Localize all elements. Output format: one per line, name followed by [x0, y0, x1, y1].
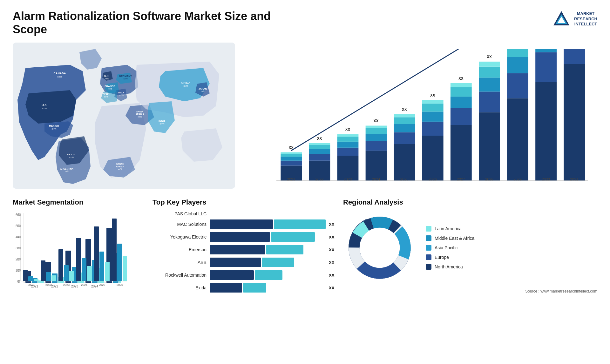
north-america-label: North America [435, 264, 463, 269]
svg-text:2024: 2024 [372, 177, 380, 182]
svg-rect-72 [422, 122, 444, 136]
svg-text:xx%: xx% [108, 88, 112, 90]
player-bar-yoko-light [271, 232, 315, 242]
svg-rect-51 [337, 148, 359, 156]
player-bar-mac-dark [210, 219, 273, 229]
svg-rect-154 [28, 276, 33, 281]
svg-text:CHINA: CHINA [181, 81, 191, 84]
latin-america-label: Latin America [435, 226, 462, 231]
svg-text:xx%: xx% [42, 107, 47, 110]
player-name-mac: MAC Solutions [152, 222, 207, 227]
bottom-section: Market Segmentation 0 10 20 30 40 50 60 [13, 198, 597, 364]
svg-text:ARABIA: ARABIA [135, 113, 144, 115]
svg-rect-161 [58, 249, 63, 281]
svg-rect-39 [281, 154, 302, 157]
svg-rect-153 [23, 270, 28, 281]
europe-color [426, 254, 431, 260]
svg-text:XX: XX [345, 127, 350, 132]
player-name-emerson: Emerson [152, 247, 207, 252]
svg-text:xx%: xx% [183, 84, 188, 87]
svg-rect-45 [309, 149, 330, 154]
svg-text:2021: 2021 [28, 283, 34, 286]
svg-text:xx%: xx% [138, 116, 142, 118]
player-name-yokogawa: Yokogawa Electric [152, 234, 207, 239]
svg-text:ARGENTINA: ARGENTINA [60, 168, 73, 170]
svg-rect-158 [46, 272, 51, 281]
svg-text:xx%: xx% [64, 170, 69, 172]
svg-rect-52 [337, 142, 359, 148]
player-xx-yokogawa: XX [329, 235, 337, 239]
player-bar-yoko-dark [210, 232, 270, 242]
donut-chart [343, 211, 416, 284]
svg-rect-166 [82, 258, 86, 281]
regional-title: Regional Analysis [343, 198, 597, 206]
svg-rect-159 [51, 275, 56, 281]
svg-rect-82 [451, 83, 472, 87]
svg-text:xx%: xx% [123, 78, 127, 80]
svg-text:xx%: xx% [104, 96, 108, 98]
player-row-mac: MAC Solutions XX [152, 219, 337, 229]
logo-text: MARKET RESEARCH INTELLECT [574, 11, 597, 27]
player-row-exida: Exida XX [152, 283, 337, 293]
svg-text:U.S.: U.S. [42, 104, 47, 107]
north-america-color [426, 264, 431, 270]
svg-text:2029: 2029 [513, 177, 522, 182]
latin-america-color [426, 226, 431, 232]
svg-rect-68 [394, 114, 415, 117]
svg-rect-80 [451, 97, 472, 108]
svg-text:50: 50 [16, 224, 19, 228]
seg-chart-clean: 0 10 20 30 40 50 60 2021 [13, 211, 127, 291]
svg-rect-106 [564, 64, 585, 181]
svg-rect-88 [479, 67, 500, 78]
player-bars-mac [210, 219, 326, 229]
svg-rect-47 [309, 143, 330, 145]
svg-rect-44 [309, 154, 330, 161]
svg-text:ITALY: ITALY [118, 91, 124, 94]
player-xx-abb: XX [329, 260, 337, 265]
svg-text:XX: XX [487, 55, 492, 59]
middle-east-label: Middle East & Africa [435, 236, 474, 241]
player-row-emerson: Emerson XX [152, 245, 337, 254]
key-players-title: Top Key Players [152, 198, 337, 206]
svg-text:2023: 2023 [63, 283, 70, 286]
svg-rect-53 [337, 137, 359, 142]
player-bar-abb-light [262, 258, 294, 267]
svg-rect-92 [507, 98, 528, 180]
svg-text:40: 40 [16, 235, 19, 239]
key-players-section: Top Key Players PAS Global LLC MAC Solut… [152, 198, 337, 364]
svg-text:60: 60 [16, 213, 19, 217]
svg-rect-81 [451, 87, 472, 97]
page-title: Alarm Rationalization Software Market Si… [13, 10, 299, 36]
svg-rect-162 [64, 265, 69, 281]
svg-text:10: 10 [16, 269, 19, 272]
svg-text:xx%: xx% [118, 168, 122, 170]
svg-text:JAPAN: JAPAN [199, 87, 207, 90]
svg-rect-171 [105, 262, 110, 281]
regional-legend: Latin America Middle East & Africa Asia … [426, 226, 474, 270]
svg-text:20: 20 [16, 258, 19, 261]
svg-text:XX: XX [402, 107, 407, 112]
svg-text:2022: 2022 [45, 283, 52, 286]
logo-icon [552, 10, 571, 29]
svg-rect-46 [309, 145, 330, 149]
donut-wrapper: Latin America Middle East & Africa Asia … [343, 211, 597, 284]
svg-text:XX: XX [430, 93, 435, 98]
player-row-yokogawa: Yokogawa Electric XX [152, 232, 337, 242]
svg-rect-175 [123, 256, 127, 281]
svg-text:xx%: xx% [159, 122, 164, 125]
svg-text:AFRICA: AFRICA [116, 165, 124, 168]
top-section: CANADA xx% U.S. xx% MEXICO xx% BRAZIL xx… [13, 43, 597, 189]
svg-text:SOUTH: SOUTH [116, 163, 124, 165]
segmentation-title: Market Segmentation [13, 198, 146, 206]
player-bars-exida [210, 283, 326, 293]
svg-rect-86 [479, 91, 500, 112]
legend-latin-america: Latin America [426, 226, 474, 232]
svg-rect-85 [479, 112, 500, 181]
svg-rect-37 [281, 161, 302, 166]
europe-label: Europe [435, 255, 449, 260]
svg-rect-54 [337, 134, 359, 137]
svg-text:2031: 2031 [570, 177, 578, 182]
player-bars-yokogawa [210, 232, 326, 242]
svg-rect-66 [394, 124, 415, 132]
svg-rect-65 [394, 132, 415, 144]
